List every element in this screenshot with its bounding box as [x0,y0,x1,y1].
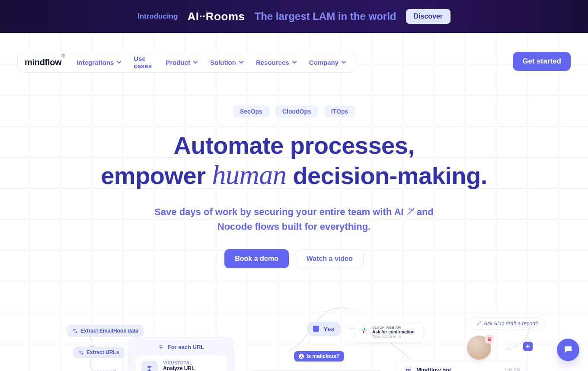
top-nav: mindflow® Integrations Use cases Product… [17,52,356,73]
slack-step: SLACK WEB API Ask for confirmation Take … [355,322,424,342]
chevron-down-icon [239,60,244,65]
book-demo-button[interactable]: Book a demo [224,249,288,268]
hero-chips: SecOps CloudOps ITOps [0,105,588,117]
branch-yes: Yes [307,322,341,336]
announcement-bar: Introducing AI··Rooms The largest LAM in… [0,0,588,33]
illustration-stage: Extract EmailHook data Extract URLs buil… [0,304,588,371]
announce-discover-button[interactable]: Discover [406,9,451,24]
chevron-down-icon [341,60,346,65]
lock-icon [485,335,494,343]
sigma-icon [141,361,158,371]
nav-integrations[interactable]: Integrations [77,59,121,66]
logo[interactable]: mindflow® [25,57,64,67]
node-extract-email: Extract EmailHook data [67,325,144,336]
ai-ask-bubble[interactable]: Ask AI to draft a report? [470,317,545,330]
svg-rect-2 [363,331,364,333]
hero-subtitle: Save days of work by securing your entir… [138,205,450,234]
nav-solution[interactable]: Solution [210,59,244,66]
nav-use-cases[interactable]: Use cases [134,55,153,70]
chevron-down-icon [292,60,297,65]
announce-tagline: The largest LAM in the world [254,10,396,22]
hero: SecOps CloudOps ITOps Automate processes… [0,105,588,268]
svg-rect-3 [364,328,365,330]
magic-wand-icon [406,206,414,213]
chat-card: m Mindflow bot 1:35 PM @secOps suspiciou… [397,360,527,371]
condition-is-malicious: Is malicious? [294,351,344,361]
slack-icon [359,326,369,335]
announce-product: AI··Rooms [187,10,245,23]
svg-rect-1 [364,330,367,331]
get-started-button[interactable]: Get started [513,52,571,71]
chevron-down-icon [116,60,121,65]
chip-cloudops[interactable]: CloudOps [275,105,318,117]
loop-icon [158,344,163,349]
watch-video-button[interactable]: Watch a video [296,249,364,268]
add-button[interactable]: + [523,342,533,351]
nav-product[interactable]: Product [166,59,198,66]
nav-company[interactable]: Company [309,59,346,66]
announce-intro: Introducing [137,12,178,21]
chip-secops[interactable]: SecOps [233,105,269,117]
chevron-down-icon [193,60,198,65]
bot-avatar-icon: m [403,365,413,371]
svg-rect-0 [361,330,364,330]
chat-widget-button[interactable] [557,339,579,361]
transform-icon [73,328,78,333]
node-extract-urls: Extract URLs [74,347,124,358]
branch-icon [299,354,304,359]
transform-icon [79,350,84,355]
magic-wand-icon [476,321,481,326]
chip-itops[interactable]: ITOps [324,105,355,117]
nav-resources[interactable]: Resources [256,59,297,66]
svg-rect-13 [488,339,491,341]
hero-heading: Automate processes, empower human decisi… [82,132,506,190]
foreach-card: For each URL VIRUSTOTAL Analyze URL Veri… [129,337,233,371]
virustotal-step: VIRUSTOTAL Analyze URL Verify URL reputa… [135,355,227,371]
